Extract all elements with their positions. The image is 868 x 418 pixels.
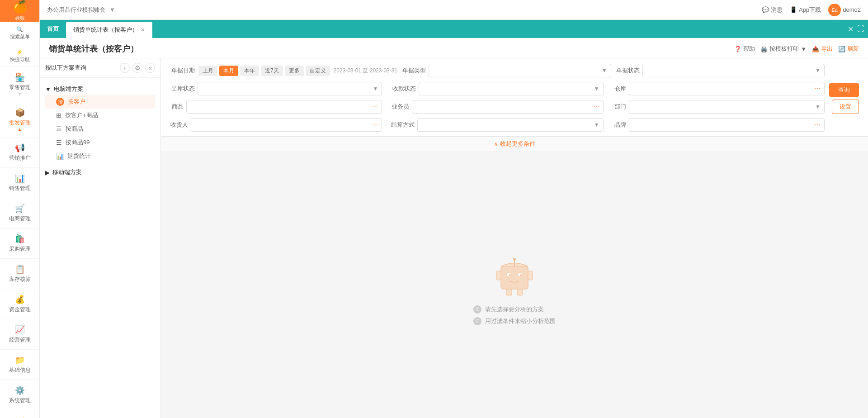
collapse-up-icon: ∧: [494, 141, 498, 147]
date-btn-this-month[interactable]: 本月: [219, 66, 238, 76]
scheme-by-goods[interactable]: ☰ 按商品: [45, 122, 155, 136]
salesman-input[interactable]: ···: [412, 100, 603, 114]
basic-icon: 📁: [15, 355, 25, 365]
doc-type-label: 单据类型: [401, 66, 426, 75]
dropdown-arrow[interactable]: ▼: [109, 6, 115, 13]
scheme-by-customer[interactable]: 按 按客户: [45, 95, 155, 109]
date-range: 2023-03-01 至 2023-03-31: [334, 67, 397, 75]
settlement-arrow: ▼: [594, 122, 599, 128]
date-btn-last-month[interactable]: 上月: [198, 66, 217, 76]
sidebar-item-ecommerce[interactable]: 🛒 电商管理: [0, 198, 40, 228]
scheme-customer-icon: 按: [56, 98, 64, 106]
sidebar-item-retail[interactable]: 🏪 零售管理 ▼: [0, 67, 40, 102]
scheme-by-customer-goods[interactable]: ⊞ 按客户+商品: [45, 109, 155, 122]
desktop-group-header[interactable]: ▼ 电脑端方案: [45, 83, 155, 95]
receipt-status-input[interactable]: ▼: [419, 82, 603, 95]
buttons-column: 查询 设置: [829, 64, 859, 133]
sidebar-item-basic[interactable]: 📁 基础信息: [0, 350, 40, 380]
warehouse-input[interactable]: ···: [629, 82, 825, 95]
system-icon: ⚙️: [15, 385, 25, 395]
date-btn-this-year[interactable]: 本年: [240, 66, 259, 76]
logo[interactable]: 🍊 标账: [0, 0, 40, 22]
quick-nav[interactable]: ⚡ 快捷导航: [0, 45, 40, 67]
empty-state: ① 请先选择要分析的方案 ② 用过滤条件来缩小分析范围: [161, 151, 868, 418]
settlement-input[interactable]: ▼: [417, 118, 603, 132]
goods-input[interactable]: ···: [186, 100, 382, 114]
date-btn-7days[interactable]: 近7天: [261, 66, 283, 76]
date-btn-more[interactable]: 更多: [285, 66, 304, 76]
svg-rect-10: [517, 289, 523, 295]
collapse-panel-btn[interactable]: «: [145, 63, 155, 73]
out-status-arrow: ▼: [373, 86, 378, 92]
page-header: 销货单统计表（按客户） ❓ 帮助 🖨️ 按模板打印 ▼ 📤 导出 🔄 刷新: [40, 38, 868, 58]
date-btn-custom[interactable]: 自定义: [306, 66, 330, 76]
sidebar-item-finance[interactable]: 💰 资金管理: [0, 289, 40, 319]
svg-point-4: [520, 274, 522, 276]
doc-type-arrow: ▼: [602, 67, 607, 74]
doc-type-input[interactable]: ▼: [429, 64, 611, 77]
receiver-dots: ···: [372, 121, 378, 129]
finance-icon: 💰: [15, 294, 25, 304]
sidebar-item-enterprise[interactable]: 🤝 企业协同: [0, 410, 40, 418]
doc-status-arrow: ▼: [815, 67, 821, 74]
sidebar-item-inventory[interactable]: 📋 库存核算: [0, 259, 40, 289]
brand-label: 品牌: [613, 121, 626, 129]
sidebar-item-wholesale[interactable]: 📦 批发管理 ▲: [0, 102, 40, 138]
doc-status-input[interactable]: ▼: [642, 64, 825, 77]
department-input[interactable]: ▼: [629, 100, 825, 114]
tab-sales-stat[interactable]: 销货单统计表（按客户） ✕: [66, 22, 152, 38]
date-label: 单据日期: [170, 66, 195, 75]
maximize-btn[interactable]: ⛶: [857, 25, 864, 33]
print-btn[interactable]: 🖨️ 按模板打印 ▼: [760, 45, 807, 53]
filter-row-2: 出库状态 ▼ 收款状态 ▼: [170, 82, 825, 95]
export-btn[interactable]: 📤 导出: [812, 45, 833, 53]
message-icon: 💬: [762, 6, 769, 13]
settings-scheme-btn[interactable]: ⚙: [132, 63, 142, 73]
svg-rect-9: [506, 289, 512, 295]
svg-rect-8: [528, 271, 533, 280]
out-status-input[interactable]: ▼: [198, 82, 382, 95]
export-icon: 📤: [812, 46, 819, 52]
goods-dots: ···: [372, 103, 378, 111]
scheme-goods99-icon: ☰: [56, 139, 62, 146]
refresh-icon: 🔄: [838, 46, 845, 52]
print-dropdown-arrow[interactable]: ▼: [801, 46, 807, 52]
search-menu[interactable]: 🔍 搜索菜单: [0, 22, 40, 45]
tab-close-btn[interactable]: ✕: [141, 27, 145, 33]
mobile-group-header[interactable]: ▶ 移动端方案: [45, 166, 155, 178]
sidebar-item-purchase[interactable]: 🛍️ 采购管理: [0, 228, 40, 259]
right-panel: 单据日期 上月 本月 本年 近7天 更多 自定义 2023-03-01 至 20…: [161, 58, 868, 418]
tab-home[interactable]: 首页: [40, 20, 66, 38]
message-btn[interactable]: 💬 消息: [762, 6, 783, 14]
tip-number-2: ②: [473, 317, 481, 325]
empty-tip-2: ② 用过滤条件来缩小分析范围: [473, 317, 556, 325]
query-button[interactable]: 查询: [829, 83, 859, 97]
sidebar-item-sales[interactable]: 📊 销售管理: [0, 168, 40, 198]
receiver-label: 收货人: [170, 121, 188, 129]
sidebar-item-marketing[interactable]: 📢 营销推广: [0, 138, 40, 168]
scheme-return-stats[interactable]: 📊 退货统计: [45, 149, 155, 163]
add-scheme-btn[interactable]: +: [120, 63, 130, 73]
empty-tip-1: ① 请先选择要分析的方案: [473, 305, 556, 314]
avatar: Ea: [828, 4, 841, 16]
close-window-btn[interactable]: ✕: [848, 25, 854, 33]
svg-rect-0: [501, 266, 528, 289]
sidebar-item-operations[interactable]: 📈 经营管理: [0, 319, 40, 350]
refresh-btn[interactable]: 🔄 刷新: [838, 45, 859, 53]
scheme-by-goods99[interactable]: ☰ 按商品99: [45, 136, 155, 149]
settings-button[interactable]: 设置: [832, 100, 859, 114]
left-panel-actions: + ⚙ «: [120, 63, 155, 73]
help-btn[interactable]: ❓ 帮助: [734, 45, 755, 53]
receipt-status-arrow: ▼: [594, 86, 599, 92]
brand-input[interactable]: ···: [629, 118, 825, 132]
user-profile[interactable]: Ea demo2: [828, 4, 861, 16]
sidebar-item-system[interactable]: ⚙️ 系统管理: [0, 380, 40, 410]
department-label: 部门: [613, 103, 626, 111]
scheme-tree: ▼ 电脑端方案 按 按客户 ⊞ 按客户+商品 ☰: [40, 78, 160, 184]
filters-main: 单据日期 上月 本月 本年 近7天 更多 自定义 2023-03-01 至 20…: [170, 64, 825, 133]
download-btn[interactable]: 📱 App下载: [790, 6, 821, 14]
salesman-dots: ···: [593, 103, 599, 111]
empty-tips: ① 请先选择要分析的方案 ② 用过滤条件来缩小分析范围: [473, 305, 556, 325]
receiver-input[interactable]: ···: [191, 118, 382, 132]
collapse-bar[interactable]: ∧ 收起更多条件: [161, 137, 868, 151]
